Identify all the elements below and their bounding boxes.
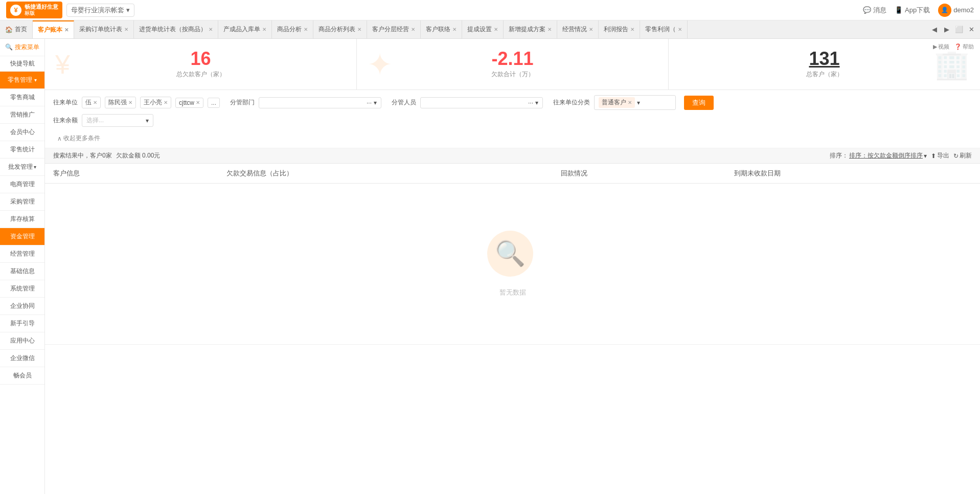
refresh-btn[interactable]: ↻ 刷新 (953, 151, 972, 160)
sidebar-item-wholesale-mgmt[interactable]: 批发管理 ▾ (0, 159, 44, 176)
account-selector[interactable]: 母婴行业演示帐套 ▾ (66, 4, 134, 17)
help-icon: ❓ (954, 43, 962, 50)
empty-row: 🔍 暂无数据 (45, 184, 980, 345)
stat-block-all-customers: 🏢 131 总客户（家） ▶ 视频 ❓ 帮助 (669, 39, 980, 89)
table-body: 🔍 暂无数据 (45, 184, 980, 345)
tag-close-wu[interactable]: ✕ (93, 100, 97, 105)
sidebar-item-enterprise-collab[interactable]: 企业协同 (0, 298, 44, 315)
tag-close-wang[interactable]: ✕ (164, 100, 168, 105)
filter-row-2: 往来余额 选择... ▾ (53, 114, 972, 127)
all-customers-label: 总客户（家） (806, 70, 843, 79)
tab-purchase-order[interactable]: 采购订单统计表 ✕ (74, 20, 134, 39)
chevron-up-icon: ∧ (57, 135, 62, 142)
sidebar-item-retail-mgmt[interactable]: 零售管理 ▾ (0, 72, 44, 89)
sidebar-item-new-guide[interactable]: 新手引导 (0, 315, 44, 332)
sidebar-item-quick-nav[interactable]: 快捷导航 (0, 56, 44, 72)
sidebar-item-inventory-check[interactable]: 库存核算 (0, 211, 44, 228)
sidebar-search[interactable]: 🔍 搜索菜单 (0, 39, 44, 56)
video-btn[interactable]: ▶ 视频 (933, 43, 949, 51)
chevron-down-icon: ▾ (374, 99, 377, 106)
tab-close-icon[interactable]: ✕ (548, 27, 552, 32)
tab-customer-contact[interactable]: 客户联络 ✕ (421, 20, 462, 39)
tab-product-analysis-list[interactable]: 商品分析列表 ✕ (313, 20, 367, 39)
sidebar-item-basic-info[interactable]: 基础信息 (0, 263, 44, 280)
filter-area: 往来单位 伍 ✕ 陈民强 ✕ 王小亮 ✕ cjttcw ✕ ... (45, 90, 980, 148)
tab-business-status[interactable]: 经营情况 ✕ (557, 20, 599, 39)
filter-tag-cjttcw: cjttcw ✕ (175, 98, 203, 108)
tag-close-cjttcw[interactable]: ✕ (196, 100, 200, 105)
tab-inbound-stats[interactable]: 进货单统计表（按商品） ✕ (134, 20, 218, 39)
tab-close-icon[interactable]: ✕ (304, 27, 308, 32)
tab-close-icon[interactable]: ✕ (678, 27, 682, 32)
tab-close-icon[interactable]: ✕ (411, 27, 415, 32)
dept-more-icon: ··· (367, 99, 372, 106)
sort-select[interactable]: 排序： 排序：按欠款金额倒序排序 ▾ (830, 151, 927, 160)
query-button[interactable]: 查询 (684, 96, 714, 110)
message-btn[interactable]: 💬 消息 (863, 6, 886, 15)
tab-home[interactable]: 🏠 首页 (0, 20, 33, 39)
sidebar-item-operations-mgmt[interactable]: 经营管理 (0, 245, 44, 263)
help-btn[interactable]: ❓ 帮助 (954, 43, 974, 51)
top-bar-left: ¥ 畅捷通好生意 标版 母婴行业演示帐套 ▾ (6, 2, 134, 18)
sidebar-item-system-mgmt[interactable]: 系统管理 (0, 280, 44, 298)
unit-more-btn[interactable]: ... (208, 98, 220, 108)
chevron-down-icon: ▾ (146, 117, 149, 124)
user-menu[interactable]: 👤 demo2 (938, 4, 974, 17)
logo-icon: ¥ (10, 5, 21, 16)
tab-prev-btn[interactable]: ◀ (929, 24, 940, 35)
person-select[interactable]: ··· ▾ (420, 97, 543, 108)
tab-close-all-btn[interactable]: ✕ (966, 24, 977, 35)
tab-close-icon[interactable]: ✕ (357, 27, 361, 32)
tab-customer-accounts[interactable]: 客户账本 ✕ (33, 20, 74, 39)
tab-product-analysis[interactable]: 商品分析 ✕ (272, 20, 313, 39)
dept-select[interactable]: ··· ▾ (259, 97, 381, 108)
chevron-down-icon: ▾ (126, 6, 130, 14)
tab-retail-profit[interactable]: 零售利润（ ✕ (640, 20, 688, 39)
stats-row: ¥ 16 总欠款客户（家） ✦ -2.11 欠款合计（万） 🏢 131 总客户（… (45, 39, 980, 90)
remainder-select[interactable]: 选择... ▾ (82, 114, 153, 127)
message-icon: 💬 (863, 6, 871, 14)
filter-tag-wu: 伍 ✕ (82, 97, 101, 108)
tab-close-icon[interactable]: ✕ (494, 27, 498, 32)
tab-close-icon[interactable]: ✕ (209, 27, 213, 32)
collapse-row: ∧ 收起更多条件 (53, 131, 972, 146)
tab-close-icon[interactable]: ✕ (452, 27, 457, 32)
tab-close-icon[interactable]: ✕ (262, 27, 266, 32)
avatar: 👤 (938, 4, 951, 17)
unit-category-select[interactable]: 普通客户 ✕ ▾ (594, 95, 676, 110)
tab-close-icon[interactable]: ✕ (589, 27, 593, 32)
unit-category-close[interactable]: ✕ (628, 100, 632, 105)
empty-text: 暂无数据 (499, 288, 526, 297)
chevron-down-icon: ▾ (34, 77, 37, 83)
sidebar-item-ecommerce-mgmt[interactable]: 电商管理 (0, 176, 44, 193)
person-more-icon: ··· (528, 99, 533, 106)
tab-profit-report[interactable]: 利润报告 ✕ (599, 20, 640, 39)
app-download-btn[interactable]: 📱 App下载 (895, 6, 930, 15)
sidebar-item-member-center[interactable]: 会员中心 (0, 124, 44, 141)
sidebar-item-purchase-mgmt[interactable]: 采购管理 (0, 193, 44, 211)
total-customers-value: 16 (190, 50, 211, 68)
export-btn[interactable]: ⬆ 导出 (931, 151, 949, 160)
tab-product-inbound[interactable]: 产成品入库单 ✕ (218, 20, 272, 39)
sidebar-item-retail-stats[interactable]: 零售统计 (0, 141, 44, 159)
video-help-area: ▶ 视频 ❓ 帮助 (933, 43, 974, 51)
tab-next-btn[interactable]: ▶ (941, 24, 952, 35)
sidebar-item-marketing[interactable]: 营销推广 (0, 106, 44, 124)
all-customers-value: 131 (809, 50, 839, 68)
collapse-btn[interactable]: ∧ 收起更多条件 (53, 132, 972, 145)
sidebar-item-app-center[interactable]: 应用中心 (0, 332, 44, 350)
empty-icon-inner: 🔍 (495, 239, 526, 268)
sidebar-item-premium-member[interactable]: 畅会员 (0, 367, 44, 385)
tab-close-icon[interactable]: ✕ (64, 27, 69, 33)
sidebar-item-enterprise-wechat[interactable]: 企业微信 (0, 350, 44, 367)
table-header: 客户信息 欠款交易信息（占比） 回款情况 到期未收款日期 (45, 164, 980, 184)
tag-close-chen[interactable]: ✕ (128, 100, 132, 105)
tab-new-promotion[interactable]: 新增提成方案 ✕ (504, 20, 557, 39)
sidebar-item-retail-mall[interactable]: 零售商城 (0, 89, 44, 106)
tab-promotion-settings[interactable]: 提成设置 ✕ (462, 20, 504, 39)
tab-expand-btn[interactable]: ⬜ (953, 24, 965, 35)
tab-close-icon[interactable]: ✕ (124, 27, 128, 32)
sidebar-item-capital-mgmt[interactable]: 资金管理 (0, 228, 44, 245)
tab-close-icon[interactable]: ✕ (630, 27, 634, 32)
tab-customer-tier[interactable]: 客户分层经营 ✕ (367, 20, 421, 39)
